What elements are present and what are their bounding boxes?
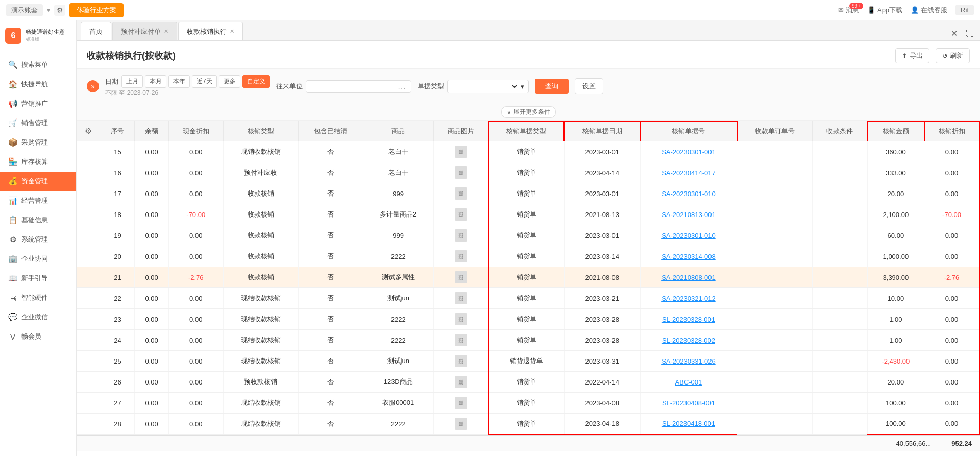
sidebar-item-search[interactable]: 🔍搜索菜单 — [0, 55, 76, 75]
cell-cancel_type: 现结收款核销 — [223, 393, 298, 414]
cell-include_settled: 否 — [298, 141, 363, 162]
bill-no-link[interactable]: SA-20230301-001 — [662, 148, 716, 156]
sidebar-item-sales[interactable]: 🛒销售管理 — [0, 113, 76, 133]
maximize-icon[interactable]: ⛶ — [964, 27, 976, 40]
cell-bill_type: 销货单 — [488, 372, 565, 393]
expand-chevron-icon: ∨ — [507, 109, 511, 116]
cell-bill_no: SA-20230314-008 — [640, 246, 737, 267]
bill-no-link[interactable]: SL-20230328-002 — [662, 337, 715, 344]
online-service-button[interactable]: 👤 在线客服 — [911, 6, 947, 15]
product-image: 🖼 — [455, 355, 467, 367]
sidebar-item-shortcut[interactable]: 🏠快捷导航 — [0, 75, 76, 94]
date-option-上月[interactable]: 上月 — [121, 75, 143, 88]
bill-no-link[interactable]: SA-20230414-017 — [662, 169, 716, 177]
settings-icon[interactable]: ⚙ — [54, 5, 65, 16]
sidebar-item-base[interactable]: 📋基础信息 — [0, 210, 76, 230]
bill-no-link[interactable]: SA-20230321-012 — [662, 295, 716, 302]
cell-balance: 0.00 — [135, 372, 169, 393]
cell-cash_discount: 0.00 — [168, 309, 223, 330]
bill-no-link[interactable]: ABC-001 — [675, 378, 702, 386]
sidebar-item-corp[interactable]: 🏢企业协同 — [0, 249, 76, 269]
cell-balance: 0.00 — [135, 309, 169, 330]
cell-receipt_cond — [813, 372, 868, 393]
company-chevron-icon: ▾ — [47, 7, 50, 14]
expand-conditions-button[interactable]: ∨ 展开更多条件 — [501, 106, 556, 118]
table-row: 240.000.00现结收款核销否2222🖼销货单2023-03-28SL-20… — [77, 330, 979, 351]
sidebar-item-system[interactable]: ⚙系统管理 — [0, 230, 76, 249]
cell-cancel_amount: 360.00 — [867, 141, 924, 162]
bill-no-link[interactable]: SA-20230314-008 — [662, 253, 716, 260]
filter-toggle-button[interactable]: » — [87, 80, 99, 92]
shortcut-icon: 🏠 — [8, 80, 17, 89]
app-download-button[interactable]: 📱 App下载 — [867, 6, 902, 15]
cell-cancel_type: 预付冲应收 — [223, 162, 298, 183]
cell-balance: 0.00 — [135, 330, 169, 351]
cell-product_img: 🖼 — [433, 204, 488, 225]
bill-no-link[interactable]: SL-20230408-001 — [662, 399, 715, 407]
table-row: 280.000.00现结收款核销否2222🖼销货单2023-04-18SL-20… — [77, 414, 979, 435]
export-icon: ⬆ — [902, 52, 908, 60]
sidebar-item-label: 库存核算 — [21, 157, 48, 166]
bill-type-select[interactable] — [452, 82, 519, 91]
cell-cancel_type: 现结收款核销 — [223, 351, 298, 372]
company-selector[interactable]: 演示账套 — [6, 4, 43, 16]
sidebar-item-inventory[interactable]: 🏪库存核算 — [0, 152, 76, 172]
cell-bill_type: 销货单 — [488, 162, 565, 183]
tab-close-receipt[interactable]: ✕ — [230, 28, 234, 35]
table-settings-icon[interactable]: ⚙ — [85, 127, 92, 135]
refresh-button[interactable]: ↺ 刷新 — [936, 48, 970, 63]
sidebar-item-purchase[interactable]: 📦采购管理 — [0, 133, 76, 152]
partner-input[interactable] — [310, 83, 396, 90]
cell-cancel_type: 收款核销 — [223, 204, 298, 225]
app-icon: 📱 — [867, 6, 875, 14]
date-option-custom[interactable]: 自定义 — [242, 75, 270, 88]
sidebar-item-member[interactable]: V畅会员 — [0, 327, 76, 346]
bill-no-link[interactable]: SA-20230301-010 — [662, 232, 716, 239]
bill-no-link[interactable]: SA-20230301-010 — [662, 190, 716, 198]
tab-prepay[interactable]: 预付冲应付单✕ — [112, 22, 177, 40]
solution-button[interactable]: 休验行业方案 — [69, 3, 124, 17]
cell-receipt_order_no — [737, 183, 813, 204]
sidebar-item-label: 快捷导航 — [21, 80, 48, 89]
date-option-本月[interactable]: 本月 — [145, 75, 166, 88]
filter-setting-button[interactable]: 设置 — [575, 78, 603, 94]
query-button[interactable]: 查询 — [535, 79, 569, 94]
close-window-icon[interactable]: ✕ — [949, 27, 960, 40]
tab-close-prepay[interactable]: ✕ — [164, 28, 168, 35]
cell-cancel_amount: 1.00 — [867, 330, 924, 351]
cell-product_img: 🖼 — [433, 330, 488, 351]
date-option-本年[interactable]: 本年 — [168, 75, 190, 88]
filter-expand-bar[interactable]: ∨ 展开更多条件 — [77, 104, 980, 121]
cell-cancel_type: 现结收款核销 — [223, 288, 298, 309]
sidebar-item-finance[interactable]: 💰资金管理 — [0, 172, 76, 191]
tab-home[interactable]: 首页 — [81, 22, 111, 40]
sidebar-item-wechat[interactable]: 💬企业微信 — [0, 307, 76, 327]
top-bar-right: ✉ 消息 99+ 📱 App下载 👤 在线客服 Rit — [838, 5, 974, 15]
sidebar-item-marketing[interactable]: 📢营销推广 — [0, 94, 76, 113]
cell-cash_discount: 0.00 — [168, 183, 223, 204]
export-button[interactable]: ⬆ 导出 — [895, 48, 929, 63]
cell-include_settled: 否 — [298, 225, 363, 246]
cell-product_img: 🖼 — [433, 141, 488, 162]
sidebar-item-business[interactable]: 📊经营管理 — [0, 191, 76, 210]
date-options-group: 日期 上月本月本年近7天更多自定义 — [105, 75, 270, 88]
bill-no-link[interactable]: SA-20210808-001 — [662, 274, 716, 281]
bill-no-link[interactable]: SL-20230328-001 — [662, 316, 715, 323]
cell-include_settled: 否 — [298, 309, 363, 330]
bill-no-link[interactable]: SA-20210813-001 — [662, 211, 716, 219]
sidebar-item-hardware[interactable]: 🖨智能硬件 — [0, 288, 76, 307]
cell-include_settled: 否 — [298, 414, 363, 435]
sidebar-item-label: 系统管理 — [21, 235, 48, 244]
tab-receipt[interactable]: 收款核销执行✕ — [178, 22, 243, 40]
sidebar-item-label: 经营管理 — [21, 196, 48, 205]
cell-product: 测试jun — [363, 288, 433, 309]
bill-no-link[interactable]: SL-20230418-001 — [662, 420, 715, 427]
message-button[interactable]: ✉ 消息 99+ — [838, 6, 859, 15]
cell-product: 999 — [363, 225, 433, 246]
cell-receipt_cond — [813, 267, 868, 288]
date-option-更多[interactable]: 更多 — [219, 75, 240, 88]
user-account[interactable]: Rit — [955, 5, 974, 15]
bill-no-link[interactable]: SA-20230331-026 — [662, 357, 716, 365]
date-option-近7天[interactable]: 近7天 — [192, 75, 217, 88]
sidebar-item-guide[interactable]: 📖新手引导 — [0, 269, 76, 288]
